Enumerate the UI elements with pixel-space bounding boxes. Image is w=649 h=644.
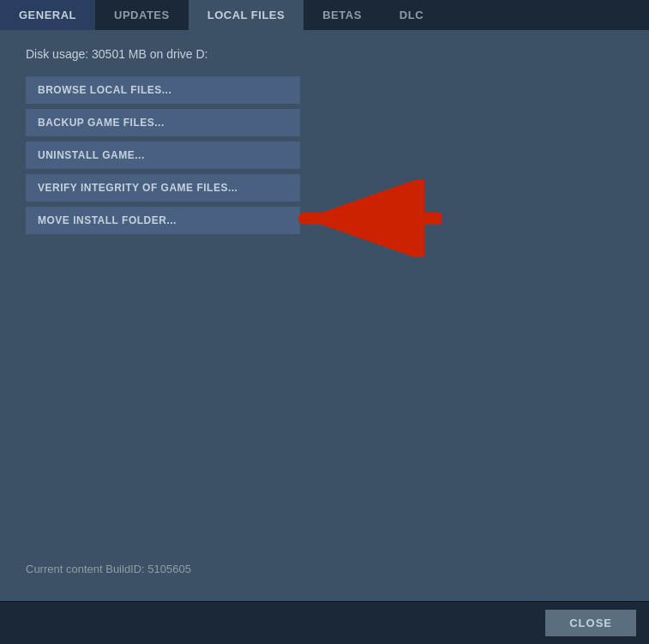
main-content: Disk usage: 30501 MB on drive D: BROWSE …: [0, 30, 649, 601]
tab-betas[interactable]: BETAS: [303, 0, 381, 30]
build-id-label: Current content BuildID: 5105605: [26, 563, 623, 584]
tab-local-files[interactable]: LOCAL FILES: [189, 0, 303, 30]
tab-general[interactable]: GENERAL: [0, 0, 95, 30]
steam-properties-window: GENERAL UPDATES LOCAL FILES BETAS DLC Di…: [0, 0, 649, 644]
uninstall-game-button[interactable]: UNINSTALL GAME...: [26, 141, 300, 169]
browse-local-files-button[interactable]: BROWSE LOCAL FILES...: [26, 76, 300, 104]
footer-bar: CLOSE: [0, 601, 649, 644]
action-buttons-list: BROWSE LOCAL FILES... BACKUP GAME FILES.…: [26, 76, 300, 234]
backup-game-files-button[interactable]: BACKUP GAME FILES...: [26, 109, 300, 136]
tab-dlc[interactable]: DLC: [381, 0, 442, 30]
disk-usage-label: Disk usage: 30501 MB on drive D:: [26, 47, 623, 61]
verify-integrity-button[interactable]: VERIFY INTEGRITY OF GAME FILES...: [26, 174, 300, 202]
tab-bar: GENERAL UPDATES LOCAL FILES BETAS DLC: [0, 0, 649, 30]
arrow-annotation: [287, 180, 442, 257]
tab-updates[interactable]: UPDATES: [95, 0, 189, 30]
move-install-folder-button[interactable]: MOVE INSTALL FOLDER...: [26, 207, 300, 234]
close-button[interactable]: CLOSE: [545, 610, 636, 636]
